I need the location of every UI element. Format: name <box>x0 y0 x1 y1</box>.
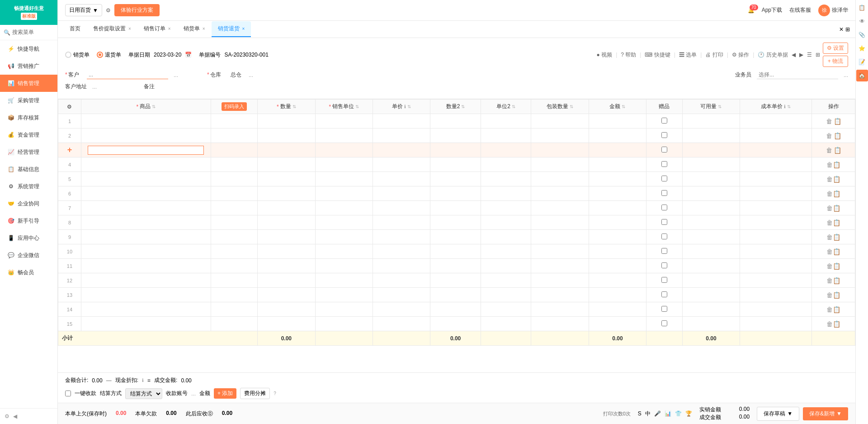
save-new-btn[interactable]: 保存&新增 ▼ <box>803 407 848 420</box>
expense-info-icon[interactable]: ? <box>274 391 276 396</box>
tab-sale-return-close[interactable]: × <box>242 26 245 31</box>
pack-qty-cell[interactable] <box>531 129 589 143</box>
delete-row-btn[interactable]: 🗑 <box>826 219 833 226</box>
delete-row-btn[interactable]: 🗑 <box>826 132 832 139</box>
delete-row-btn[interactable]: 🗑 <box>826 291 833 299</box>
gift-checkbox[interactable] <box>661 161 667 167</box>
product-cell[interactable] <box>81 114 211 129</box>
sidebar-item-sales[interactable]: 📊 销售管理 <box>0 75 57 92</box>
copy-row-btn[interactable]: 📋 <box>833 320 840 328</box>
copy-active-btn[interactable]: 📋 <box>834 147 841 154</box>
price-cell[interactable] <box>373 114 430 129</box>
maximize-icon[interactable]: ⊞ <box>845 26 850 33</box>
toolbar-icon-5[interactable]: 👕 <box>675 410 682 417</box>
copy-row-btn[interactable]: 📋 <box>833 205 840 212</box>
price-cell[interactable] <box>373 143 430 157</box>
qty2-sort-icon[interactable]: ⇅ <box>461 104 465 109</box>
gift-checkbox[interactable] <box>661 118 667 124</box>
gift-checkbox[interactable] <box>661 176 667 181</box>
delete-row-btn[interactable]: 🗑 <box>826 262 833 270</box>
sidebar-item-marketing[interactable]: 📢 营销推广 <box>0 57 57 75</box>
prev-icon[interactable]: ◀ <box>792 52 796 58</box>
right-icon-5[interactable]: 📝 <box>856 56 868 68</box>
copy-row-btn[interactable]: 📋 <box>834 132 841 139</box>
warehouse-dots[interactable]: ... <box>249 72 253 78</box>
unit-cell[interactable] <box>315 129 373 143</box>
action-help[interactable]: ? 帮助 <box>621 51 636 59</box>
delete-row-btn[interactable]: 🗑 <box>826 248 833 255</box>
app-download-link[interactable]: App下载 <box>762 6 782 14</box>
right-icon-6[interactable]: 🏠 <box>856 70 868 81</box>
tab-sale-out[interactable]: 销货单 × <box>177 21 212 37</box>
copy-row-btn[interactable]: 📋 <box>833 306 840 313</box>
unit2-cell[interactable] <box>481 129 531 143</box>
delete-row-btn[interactable]: 🗑 <box>826 176 833 183</box>
gift-checkbox[interactable] <box>661 320 667 326</box>
price-sort-icon[interactable]: ⇅ <box>407 104 411 109</box>
sidebar-item-wechat[interactable]: 💬 企业微信 <box>0 247 57 264</box>
action-shortcut[interactable]: ⌨ 快捷键 <box>645 51 670 59</box>
delete-row-btn[interactable]: 🗑 <box>826 190 833 197</box>
product-cell[interactable] <box>81 129 211 143</box>
online-service-link[interactable]: 在线客服 <box>789 6 811 14</box>
gift-checkbox[interactable] <box>661 233 667 239</box>
qty2-cell[interactable] <box>430 114 481 129</box>
gift-checkbox[interactable] <box>661 291 667 297</box>
gift-checkbox[interactable] <box>661 262 667 268</box>
action-history[interactable]: 🕐 历史单据 <box>758 51 788 59</box>
salesperson-input[interactable] <box>757 71 838 79</box>
action-select[interactable]: ☰ 选单 <box>679 51 697 59</box>
sort-icon[interactable]: ⇅ <box>152 104 156 109</box>
radio-sale[interactable]: 销货单 <box>65 51 90 59</box>
qty2-cell[interactable] <box>430 143 481 157</box>
toolbar-icon-4[interactable]: 📊 <box>665 410 671 417</box>
product-cell-active[interactable] <box>81 143 211 157</box>
account-dots[interactable]: ... <box>191 391 196 397</box>
unit2-sort-icon[interactable]: ⇅ <box>512 104 515 109</box>
action-video[interactable]: ● 视频 <box>597 51 613 59</box>
one-click-checkbox[interactable] <box>65 391 71 396</box>
price-cell[interactable] <box>373 129 430 143</box>
delete-row-btn[interactable]: 🗑 <box>826 205 833 212</box>
gift-checkbox[interactable] <box>661 277 667 283</box>
available-sort-icon[interactable]: ⇅ <box>718 104 722 109</box>
right-icon-4[interactable]: ⭐ <box>856 43 868 54</box>
notification-bell[interactable]: 🔔 70 <box>748 7 755 14</box>
delete-row-btn[interactable]: 🗑 <box>826 277 833 284</box>
amount-cell[interactable] <box>589 143 646 157</box>
copy-row-btn[interactable]: 📋 <box>833 176 840 183</box>
copy-row-btn[interactable]: 📋 <box>833 161 840 168</box>
salesperson-dots[interactable]: ... <box>844 72 848 78</box>
amount-cell[interactable] <box>589 114 646 129</box>
next-icon[interactable]: ▶ <box>799 52 803 58</box>
amount-sort-icon[interactable]: ⇅ <box>622 104 625 109</box>
tab-sale-price-close[interactable]: × <box>128 26 131 31</box>
tab-sale-out-close[interactable]: × <box>203 26 205 31</box>
gear-icon[interactable]: ⚙ <box>67 104 72 110</box>
copy-row-btn[interactable]: 📋 <box>833 248 840 255</box>
delete-row-btn[interactable]: 🗑 <box>826 161 833 168</box>
pack-qty-cell[interactable] <box>531 143 589 157</box>
settlement-select[interactable]: 结算方式 <box>125 388 162 399</box>
list-view-icon[interactable]: ☰ <box>807 52 812 58</box>
action-operation[interactable]: ⚙ 操作 <box>732 51 749 59</box>
right-icon-2[interactable]: 👁 <box>856 15 868 27</box>
add-row-btn[interactable]: + <box>67 145 72 155</box>
toolbar-icon-6[interactable]: 🏆 <box>685 410 692 417</box>
qty-sort-icon[interactable]: ⇅ <box>292 104 296 109</box>
grid-view-icon[interactable]: ⊞ <box>816 52 820 58</box>
toolbar-icon-2[interactable]: 中 <box>645 410 651 418</box>
tab-sale-price[interactable]: 售价提取设置 × <box>87 21 137 37</box>
qty-cell[interactable] <box>258 129 315 143</box>
sidebar-item-operation[interactable]: 📈 经营管理 <box>0 143 57 161</box>
add-fee-btn[interactable]: + 添加 <box>214 388 236 399</box>
copy-row-btn[interactable]: 📋 <box>833 262 840 270</box>
pack-sort-icon[interactable]: ⇅ <box>570 104 573 109</box>
sidebar-item-inventory[interactable]: 📦 库存核算 <box>0 109 57 126</box>
tab-sale-order-close[interactable]: × <box>168 26 171 31</box>
pack-qty-cell[interactable] <box>531 114 589 129</box>
industry-selector[interactable]: 日用百货 ▼ <box>65 4 102 16</box>
expense-btn[interactable]: 费用分摊 <box>240 388 270 399</box>
gift-checkbox[interactable] <box>661 248 667 254</box>
delete-row-btn[interactable]: 🗑 <box>826 306 833 313</box>
